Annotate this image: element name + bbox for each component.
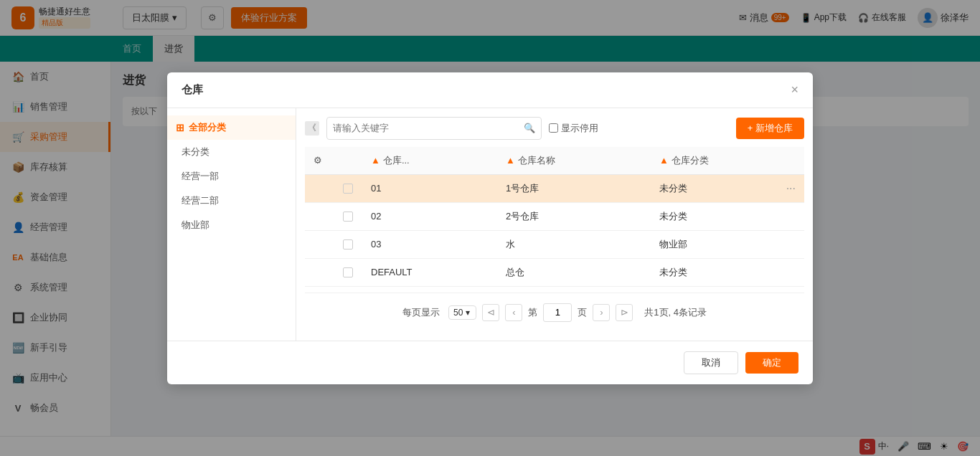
pagination: 每页显示 50 ▾ ⊲ ‹ 第 页 › ⊳ 共1页, 4条记录: [305, 293, 804, 332]
row-check-4[interactable]: [334, 258, 362, 286]
th-settings: ⚙: [305, 147, 334, 175]
page-suffix-label: 页: [578, 306, 587, 319]
table-container: ⚙ ▲仓库... ▲仓库名称 ▲仓库分类 01: [305, 147, 804, 287]
last-page-button[interactable]: ⊳: [616, 304, 633, 321]
th-code: ▲仓库...: [362, 147, 497, 175]
table-body: 01 1号仓库 未分类··· 02 2号仓库 未分类: [305, 174, 804, 286]
page-number-input[interactable]: [543, 303, 572, 322]
category-item-property[interactable]: 物业部: [167, 213, 296, 237]
category-panel: ⊞ 全部分类 未分类 经营一部 经营二部 物业部: [167, 108, 296, 341]
row-name-1: 1号仓库: [497, 174, 651, 202]
category-all-label: 全部分类: [189, 121, 226, 134]
confirm-button[interactable]: 确定: [745, 352, 798, 374]
dialog-header: 仓库 ×: [167, 72, 813, 108]
th-name: ▲仓库名称: [497, 147, 651, 175]
search-bar: 《 🔍 显示停用 + 新增仓库: [305, 117, 804, 140]
row-num-2: 02: [362, 202, 497, 230]
dialog-overlay: 仓库 × ⊞ 全部分类 未分类 经营一部 经营二部 物业部 《: [0, 0, 980, 456]
checkbox-4[interactable]: [343, 267, 353, 277]
dialog-body: ⊞ 全部分类 未分类 经营一部 经营二部 物业部 《 🔍: [167, 108, 813, 341]
dialog-close-button[interactable]: ×: [791, 82, 798, 98]
row-name-4: 总仓: [497, 258, 651, 286]
add-warehouse-button[interactable]: + 新增仓库: [736, 118, 804, 139]
row-num-4: DEFAULT: [362, 258, 497, 286]
th-checkbox: [334, 147, 362, 175]
per-page-chevron: ▾: [466, 308, 470, 318]
row-check-1[interactable]: [334, 174, 362, 202]
row-cat-4: 未分类: [651, 258, 804, 286]
collapse-button[interactable]: 《: [305, 121, 319, 136]
category-all-item[interactable]: ⊞ 全部分类: [167, 115, 296, 140]
row-name-2: 2号仓库: [497, 202, 651, 230]
row-gear-1: [305, 174, 334, 202]
row-gear-3: [305, 230, 334, 258]
row-name-3: 水: [497, 230, 651, 258]
first-page-button[interactable]: ⊲: [482, 304, 499, 321]
warehouse-table: ⚙ ▲仓库... ▲仓库名称 ▲仓库分类 01: [305, 147, 804, 287]
search-input[interactable]: [333, 123, 524, 133]
checkbox-3[interactable]: [343, 239, 353, 250]
row-cat-1: 未分类···: [651, 174, 804, 202]
table-row[interactable]: 01 1号仓库 未分类···: [305, 174, 804, 202]
checkbox-1[interactable]: [343, 184, 353, 194]
category-item-dept1[interactable]: 经营一部: [167, 164, 296, 189]
table-row[interactable]: 03 水 物业部: [305, 230, 804, 258]
row-check-3[interactable]: [334, 230, 362, 258]
search-icon: 🔍: [524, 123, 535, 133]
collapse-icon: 《: [308, 122, 316, 134]
warehouse-dialog: 仓库 × ⊞ 全部分类 未分类 经营一部 经营二部 物业部 《: [167, 72, 813, 384]
per-page-select[interactable]: 50 ▾: [448, 305, 476, 320]
search-input-wrap: 🔍: [326, 117, 542, 140]
row-check-2[interactable]: [334, 202, 362, 230]
th-category: ▲仓库分类: [651, 147, 804, 175]
dialog-title: 仓库: [182, 83, 203, 97]
row-gear-2: [305, 202, 334, 230]
dialog-footer: 取消 确定: [167, 341, 813, 384]
row-cat-2: 未分类: [651, 202, 804, 230]
total-info: 共1页, 4条记录: [644, 306, 707, 319]
show-disabled-checkbox[interactable]: [549, 123, 558, 133]
category-item-dept2[interactable]: 经营二部: [167, 189, 296, 213]
row-cat-3: 物业部: [651, 230, 804, 258]
table-header: ⚙ ▲仓库... ▲仓库名称 ▲仓库分类: [305, 147, 804, 175]
checkbox-2[interactable]: [343, 212, 353, 222]
cancel-button[interactable]: 取消: [684, 351, 738, 374]
more-btn-1[interactable]: ···: [786, 182, 796, 195]
per-page-label: 每页显示: [402, 306, 440, 319]
prev-page-button[interactable]: ‹: [505, 304, 522, 321]
table-row[interactable]: DEFAULT 总仓 未分类: [305, 258, 804, 286]
row-num-1: 01: [362, 174, 497, 202]
category-item-unclassified[interactable]: 未分类: [167, 140, 296, 164]
next-page-button[interactable]: ›: [593, 304, 610, 321]
row-gear-4: [305, 258, 334, 286]
row-num-3: 03: [362, 230, 497, 258]
right-panel: 《 🔍 显示停用 + 新增仓库: [296, 108, 813, 341]
page-prefix-label: 第: [528, 306, 537, 319]
show-disabled-label[interactable]: 显示停用: [549, 122, 598, 135]
grid-icon: ⊞: [176, 122, 184, 133]
table-row[interactable]: 02 2号仓库 未分类: [305, 202, 804, 230]
